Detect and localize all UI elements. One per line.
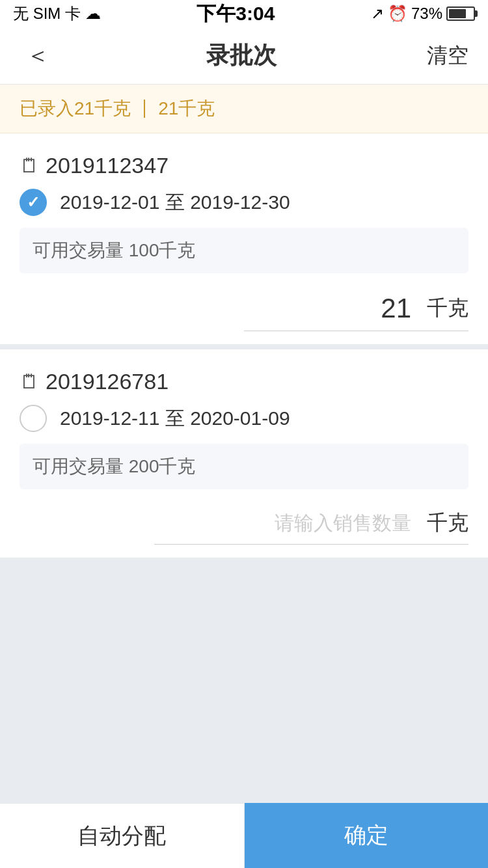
confirm-button[interactable]: 确定 <box>245 803 489 868</box>
batch-2-radio[interactable] <box>20 405 47 432</box>
batch-1-unit: 千克 <box>427 294 468 323</box>
auto-distribute-button[interactable]: 自动分配 <box>0 803 245 868</box>
batch-1-row: 2019-12-01 至 2019-12-30 <box>20 189 468 216</box>
batch-1-icon: 🗒 <box>20 155 39 177</box>
batch-2-number: 2019126781 <box>46 369 169 394</box>
sim-label: 无 SIM 卡 ☁ <box>13 3 101 24</box>
status-time: 下午3:04 <box>197 1 275 27</box>
bottom-bar: 自动分配 确定 <box>0 803 488 868</box>
batch-2-date: 2019-12-11 至 2020-01-09 <box>60 405 290 432</box>
battery-icon <box>446 7 475 21</box>
batch-2-input-placeholder[interactable]: 请输入销售数量 <box>275 510 411 537</box>
batch-1-qty-row: 21 千克 <box>20 293 468 331</box>
batch-2-input-section: 请输入销售数量 千克 <box>0 502 488 558</box>
batch-1-qty-section: 21 千克 <box>0 286 488 344</box>
batch-1-avail-text: 可用交易量 100千克 <box>33 240 196 260</box>
batch-2-underline <box>154 544 468 545</box>
batch-1-radio[interactable] <box>20 189 47 216</box>
clear-button[interactable]: 清空 <box>427 42 468 70</box>
batch-2-header: 🗒 2019126781 <box>20 369 468 394</box>
info-divider <box>144 100 145 118</box>
nav-bar: ＜ 录批次 清空 <box>0 27 488 85</box>
batch-2-input-row: 请输入销售数量 千克 <box>20 509 468 544</box>
batch-1-number: 2019112347 <box>46 153 169 178</box>
batch-2-avail-box: 可用交易量 200千克 <box>20 444 468 489</box>
page-title: 录批次 <box>206 40 277 72</box>
batch-1-underline <box>244 331 468 331</box>
batch-2-avail-text: 可用交易量 200千克 <box>33 456 196 476</box>
batch-1-avail-box: 可用交易量 100千克 <box>20 228 468 273</box>
alarm-icon: ⏰ <box>388 5 407 23</box>
batch-2-card: 🗒 2019126781 2019-12-11 至 2020-01-09 可用交… <box>0 349 488 489</box>
batch-1-card: 🗒 2019112347 2019-12-01 至 2019-12-30 可用交… <box>0 133 488 273</box>
batch-2-row: 2019-12-11 至 2020-01-09 <box>20 405 468 432</box>
batch-1-section: 🗒 2019112347 2019-12-01 至 2019-12-30 可用交… <box>0 133 488 344</box>
batch-2-unit: 千克 <box>427 509 468 537</box>
batch-2-section: 🗒 2019126781 2019-12-11 至 2020-01-09 可用交… <box>0 349 488 558</box>
battery-percent: 73% <box>411 5 442 23</box>
status-bar: 无 SIM 卡 ☁ 下午3:04 ↗ ⏰ 73% <box>0 0 488 27</box>
status-right: ↗ ⏰ 73% <box>371 5 475 23</box>
section-separator-1 <box>0 344 488 349</box>
recorded-label: 已录入21千克 <box>20 96 131 121</box>
recorded-value: 21千克 <box>158 96 215 121</box>
batch-1-quantity: 21 <box>381 293 411 324</box>
batch-1-header: 🗒 2019112347 <box>20 153 468 178</box>
batch-1-date: 2019-12-01 至 2019-12-30 <box>60 189 290 216</box>
batch-2-icon: 🗒 <box>20 371 39 393</box>
location-icon: ↗ <box>371 5 384 23</box>
back-button[interactable]: ＜ <box>20 33 56 78</box>
info-bar: 已录入21千克 21千克 <box>0 85 488 133</box>
status-left: 无 SIM 卡 ☁ <box>13 3 101 24</box>
